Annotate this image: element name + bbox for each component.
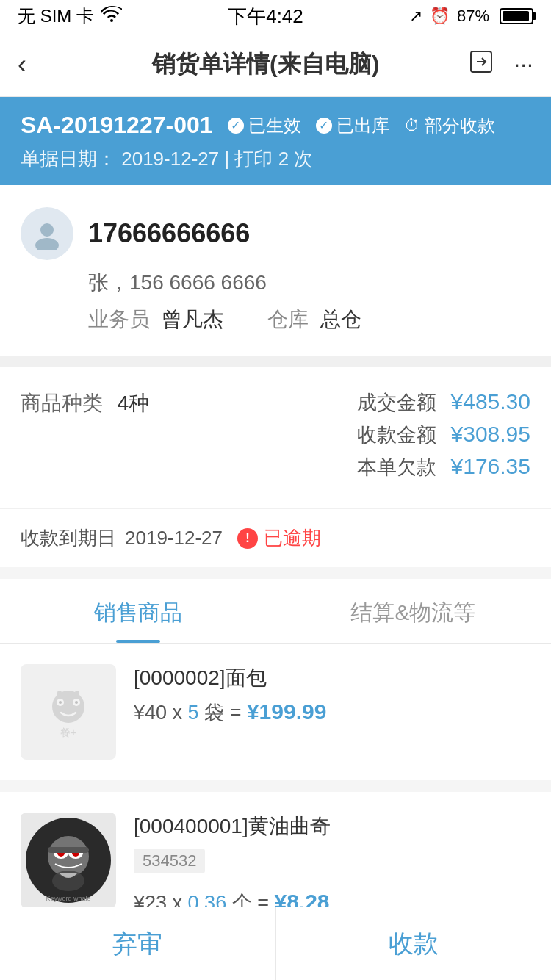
check-icon-2: ✓ [316,118,332,134]
status-carrier: 无 SIM 卡 [18,4,122,28]
share-button[interactable] [469,50,493,79]
customer-name-phone: 张，156 6666 6666 [21,269,530,297]
overdue-text: 已逾期 [264,525,321,551]
clock-icon: ⏱ [404,116,420,135]
warehouse-info: 仓库 总仓 [267,306,361,334]
customer-id: 17666666666 [88,218,250,249]
print-label: 打印 [234,148,273,170]
svg-point-7 [59,701,62,704]
status-effective: ✓ 已生效 [228,114,301,137]
print-unit: 次 [294,148,313,170]
product-total-1: ¥199.99 [247,699,326,724]
svg-point-3 [35,238,59,250]
order-date: 2019-12-27 [121,148,219,170]
check-icon-1: ✓ [228,118,244,134]
order-header-banner: SA-20191227-001 ✓ 已生效 ✓ 已出库 ⏱ 部分收款 单据日期：… [0,97,551,185]
sales-name: 曾凡杰 [162,308,223,331]
svg-point-4 [52,691,84,723]
sales-label: 业务员 [88,308,150,331]
tab-settlement[interactable]: 结算&物流等 [276,579,551,643]
status-partial: ⏱ 部分收款 [404,114,495,137]
bottom-bar: 弃审 收款 [0,907,551,980]
product-list: 餐+ [0000002]面包 ¥40 x 5 袋 = ¥199.99 [0,644,551,937]
product-info-2: [000400001]黄油曲奇 534532 ¥23 x 0.36 个 = ¥8… [134,813,530,916]
battery-text: 87% [457,7,489,26]
svg-rect-10 [75,691,79,698]
due-date-card: 收款到期日 2019-12-27 ! 已逾期 [0,508,551,567]
product-thumb-2: Keyword whale [21,813,116,908]
status-bar: 无 SIM 卡 下午4:42 ↗ ⏰ 87% [0,0,551,32]
overdue-badge: ! 已逾期 [237,525,321,551]
amount-row-3: 本单欠款 ¥176.35 [357,454,530,480]
product-info-1: [0000002]面包 ¥40 x 5 袋 = ¥199.99 [134,664,530,726]
product-qty-1: 5 [188,702,199,724]
summary-card: 商品种类 4种 成交金额 ¥485.30 收款金额 ¥308.95 本单欠款 ¥… [0,367,551,508]
nav-actions: ··· [469,50,533,79]
amount-row-2: 收款金额 ¥308.95 [357,422,530,448]
amount-label: 成交金额 [357,392,436,414]
product-types-count: 4种 [118,392,150,414]
status-time: 下午4:42 [228,4,303,29]
back-button[interactable]: ‹ [18,49,62,80]
amount-row-1: 成交金额 ¥485.30 [357,389,530,416]
received-value: ¥308.95 [451,422,530,446]
order-date-row: 单据日期： 2019-12-27 | 打印 2 次 [21,146,530,172]
tab-products[interactable]: 销售商品 [0,579,276,643]
debt-label: 本单欠款 [357,456,436,478]
customer-card: 17666666666 张，156 6666 6666 业务员 曾凡杰 仓库 总… [0,185,551,356]
warehouse-name: 总仓 [320,308,361,331]
order-id: SA-20191227-001 [21,112,213,139]
page-title: 销货单详情(来自电脑) [152,48,379,81]
status-shipped: ✓ 已出库 [316,114,389,137]
overdue-dot-icon: ! [237,528,258,549]
more-button[interactable]: ··· [514,51,533,78]
tabs-bar: 销售商品 结算&物流等 [0,579,551,644]
product-name-1: [0000002]面包 [134,664,530,692]
battery-icon [500,8,533,24]
due-date-label: 收款到期日 [21,525,116,551]
amounts-section: 成交金额 ¥485.30 收款金额 ¥308.95 本单欠款 ¥176.35 [357,389,530,486]
wifi-icon [101,6,122,26]
confirm-button[interactable]: 收款 [276,907,552,980]
date-label: 单据日期： [21,148,116,170]
amount-value: ¥485.30 [451,389,530,414]
alarm-icon: ⏰ [430,7,450,26]
debt-value: ¥176.35 [451,454,530,478]
product-name-2: [000400001]黄油曲奇 [134,813,530,840]
print-count: 2 [278,148,289,170]
divider-1 [0,356,551,367]
svg-rect-18 [48,847,89,853]
svg-text:Keyword whale: Keyword whale [46,895,90,902]
svg-rect-9 [57,691,62,698]
warehouse-label: 仓库 [267,308,309,331]
product-types-section: 商品种类 4种 [21,389,149,439]
location-icon: ↗ [409,7,422,26]
svg-point-2 [40,223,54,237]
list-item: 餐+ [0000002]面包 ¥40 x 5 袋 = ¥199.99 [0,644,551,780]
carrier-text: 无 SIM 卡 [18,4,94,28]
nav-bar: ‹ 销货单详情(来自电脑) ··· [0,32,551,97]
svg-point-8 [75,701,78,704]
customer-avatar [21,207,73,260]
received-label: 收款金额 [357,424,436,446]
cancel-button[interactable]: 弃审 [0,907,276,980]
product-price-1: ¥40 x 5 袋 = ¥199.99 [134,699,530,726]
due-date-value: 2019-12-27 [125,527,223,550]
product-types-label: 商品种类 [21,392,103,414]
status-indicators: ↗ ⏰ 87% [409,7,533,26]
sales-info: 业务员 曾凡杰 [88,306,223,334]
customer-meta: 业务员 曾凡杰 仓库 总仓 [21,306,530,334]
svg-text:餐+: 餐+ [60,727,76,738]
product-sku-2: 534532 [134,849,205,873]
product-thumb-1: 餐+ [21,664,116,760]
